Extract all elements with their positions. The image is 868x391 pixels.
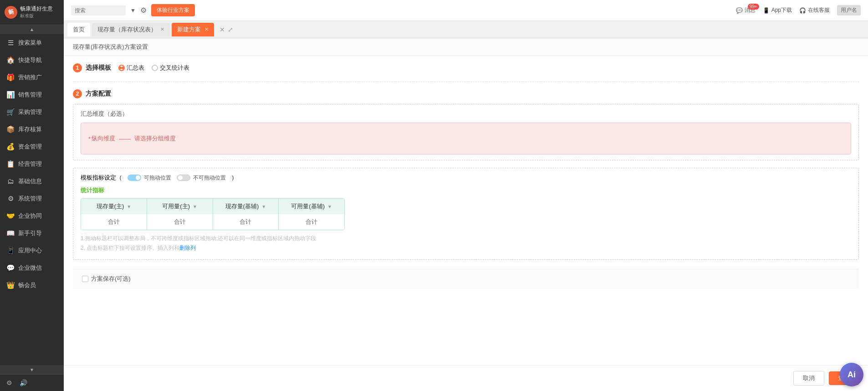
sidebar-item-newuser[interactable]: 📖 新手引导 [0,225,64,242]
sidebar-scroll-down[interactable]: ▼ [0,365,64,374]
sidebar-item-enterprise-wx[interactable]: 💬 企业微信 [0,259,64,277]
search-input[interactable] [71,5,126,15]
page-main: 1 选择模板 汇总表 交叉统计表 [64,56,868,365]
tab-home[interactable]: 首页 [67,23,90,36]
app-download-button[interactable]: 📱 App下载 [763,6,792,14]
dim-placeholder[interactable]: 请选择分组维度 [134,134,176,143]
col-body-0: 合计 [81,214,147,230]
tip-2: 2. 点击标题栏下拉可设置排序、插入列和删除列 [81,244,851,252]
sidebar-item-search-menu[interactable]: ☰ 搜索菜单 [0,34,64,51]
headset-icon: 🎧 [799,7,806,14]
radio-summary[interactable]: 汇总表 [118,64,144,72]
sidebar-nav: ☰ 搜索菜单 🏠 快捷导航 🎁 营销推广 📊 销售管理 🛒 采购管理 📦 库存核… [0,34,64,365]
expand-window-icon[interactable]: ⤢ [228,26,233,33]
logo-text: 畅康通好生意 标准版 [20,5,53,19]
dim-separator: —— [119,135,131,142]
col-header-1[interactable]: 可用量(主) ▼ [147,199,213,214]
step2-section: 2 方案配置 汇总维度（必选） * 纵向维度 —— 请选择分组维度 [73,89,859,260]
col-header-0[interactable]: 现存量(主) ▼ [81,199,147,214]
tab-new-scheme[interactable]: 新建方案 ✕ [172,23,214,36]
stats-table-header: 现存量(主) ▼ 可用量(主) ▼ 现存量(基辅) ▼ [81,199,344,214]
sidebar-item-member[interactable]: 👑 畅会员 [0,277,64,294]
stats-title: 统计指标 [81,186,851,195]
sidebar-item-management[interactable]: 📋 经营管理 [0,155,64,173]
stats-table: 现存量(主) ▼ 可用量(主) ▼ 现存量(基辅) ▼ [81,198,345,230]
tab-close-inventory[interactable]: ✕ [160,26,164,32]
sidebar-item-inventory[interactable]: 📦 库存核算 [0,121,64,138]
tabbar: 首页 现存量（库存状况表） ✕ 新建方案 ✕ ✕ ⤢ [64,21,868,38]
col-chevron-3: ▼ [327,204,332,209]
action-bar: 取消 查询 [64,365,868,391]
msg-button[interactable]: 💬 消息 99+ [736,6,756,14]
cart-icon: 🛒 [6,108,15,116]
handshake-icon: 🤝 [6,212,15,220]
folder-icon: 🗂 [6,177,15,185]
draggable-toggle-box[interactable] [128,175,141,181]
sidebar-item-quick-nav[interactable]: 🏠 快捷导航 [0,51,64,69]
dimension-pink-area: * 纵向维度 —— 请选择分组维度 [81,123,851,154]
book-icon: 📖 [6,229,15,237]
sidebar-item-finance[interactable]: 💰 资金管理 [0,138,64,155]
experience-btn[interactable]: 体验行业方案 [151,4,195,16]
window-controls: ✕ ⤢ [220,26,233,33]
audio-icon[interactable]: 🔊 [20,379,27,386]
required-star: * [88,135,91,142]
indicator-close-bracket: ） [231,174,237,182]
draggable-toggle[interactable]: 可拖动位置 [128,174,171,182]
col-body-2: 合计 [213,214,279,230]
sidebar-bottom: ⚙ 🔊 [0,374,64,391]
msg-icon: 💬 [736,7,743,14]
dimension-label: 汇总维度（必选） [81,110,851,118]
step1-title: 选择模板 [86,64,111,72]
tips-highlight: 删除列 [179,245,196,251]
step2-number: 2 [73,89,82,98]
indicator-label-text: 模板指标设定（ [81,174,122,182]
logo-icon: 畅 [5,6,17,19]
sidebar-item-system[interactable]: ⚙ 系统管理 [0,190,64,207]
col-header-3[interactable]: 可用量(基辅) ▼ [279,199,344,214]
col-chevron-2: ▼ [261,204,266,209]
sidebar-scroll-up[interactable]: ▲ [0,25,64,34]
dropdown-chevron[interactable]: ▼ [130,7,136,14]
tab-inventory-status[interactable]: 现存量（库存状况表） ✕ [92,23,170,36]
online-service-button[interactable]: 🎧 在线客服 [799,6,830,14]
topbar: ▼ ⚙ 体验行业方案 💬 消息 99+ 📱 App下载 🎧 在线客服 用户名 [64,0,868,21]
step1-section: 1 选择模板 汇总表 交叉统计表 [73,63,859,72]
money-icon: 💰 [6,143,15,151]
toggle-thumb-fixed [178,175,183,180]
template-radio-group: 汇总表 交叉统计表 [118,64,189,72]
col-body-3: 合计 [279,214,344,230]
chart-icon: 📊 [6,91,15,99]
tab-close-new[interactable]: ✕ [204,26,209,32]
phone-icon: 📱 [6,247,15,255]
sidebar-item-sales[interactable]: 📊 销售管理 [0,86,64,103]
toggle-thumb-draggable [136,175,140,180]
sidebar-item-enterprise[interactable]: 🤝 企业协同 [0,207,64,225]
cancel-button[interactable]: 取消 [793,371,824,386]
phone-app-icon: 📱 [763,7,770,14]
save-checkbox[interactable]: 方案保存(可选) [82,275,131,283]
sidebar-item-basic-info[interactable]: 🗂 基础信息 [0,173,64,190]
sidebar-item-app-center[interactable]: 📱 应用中心 [0,242,64,259]
settings-icon[interactable]: ⚙ [6,379,12,386]
fixed-toggle-box[interactable] [177,175,190,181]
save-checkbox-box[interactable] [82,276,88,282]
radio-crosstab[interactable]: 交叉统计表 [152,64,189,72]
sidebar-item-marketing[interactable]: 🎁 营销推广 [0,69,64,86]
col-header-2[interactable]: 现存量(基辅) ▼ [213,199,279,214]
gear-icon: ⚙ [6,195,15,203]
fixed-label: 不可拖动位置 [193,174,226,182]
gear-settings-icon[interactable]: ⚙ [140,6,147,15]
user-avatar[interactable]: 用户名 [837,5,861,15]
indicator-toggle-bar: 模板指标设定（ 可拖动位置 不可拖动位置 [81,174,851,182]
topbar-right: 💬 消息 99+ 📱 App下载 🎧 在线客服 用户名 [736,5,861,15]
crown-icon: 👑 [6,281,15,289]
vertical-dim-label: 纵向维度 [92,134,115,143]
close-window-icon[interactable]: ✕ [220,26,225,33]
fixed-toggle[interactable]: 不可拖动位置 [177,174,226,182]
ai-badge[interactable]: Ai [840,363,863,386]
sidebar-item-purchase[interactable]: 🛒 采购管理 [0,103,64,121]
step2-header: 2 方案配置 [73,89,859,98]
chat-icon: 💬 [6,264,15,272]
sidebar-logo: 畅 畅康通好生意 标准版 [0,0,64,25]
